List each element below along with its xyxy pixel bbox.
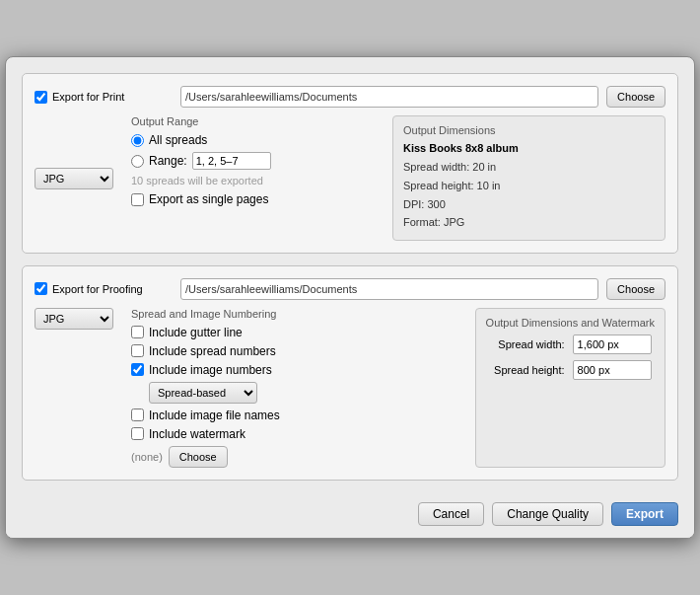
image-numbers-checkbox[interactable] [131,363,144,376]
cancel-button[interactable]: Cancel [418,502,484,526]
export-dialog: Export for Print Choose JPG Output Range [5,56,695,539]
watermark-choose-button[interactable]: Choose [169,446,228,468]
spread-numbers-label: Include spread numbers [149,344,276,358]
dims-spread-height: Spread height: 10 in [403,177,655,195]
proofing-section: Export for Proofing Choose JPG Spread an… [22,265,678,481]
spread-width-row: Spread width: [486,335,655,354]
proofing-path-input[interactable] [180,278,598,300]
single-pages-checkbox[interactable] [131,193,144,206]
output-range-panel: Output Range All spreads Range: 10 sprea… [131,115,383,241]
spread-width-label: Spread width: [486,338,565,350]
spread-height-row: Spread height: [486,360,655,380]
output-dims-panel: Output Dimensions Kiss Books 8x8 album S… [392,115,665,241]
all-spreads-label: All spreads [149,133,207,147]
print-path-input[interactable] [180,86,598,108]
export-button[interactable]: Export [611,502,678,526]
single-pages-label: Export as single pages [149,192,268,206]
image-filenames-checkbox[interactable] [131,409,144,421]
range-radio[interactable] [131,155,144,168]
watermark-none-label: (none) [131,451,163,463]
output-dims-label: Output Dimensions [403,124,655,136]
print-choose-button[interactable]: Choose [606,86,665,108]
change-quality-button[interactable]: Change Quality [492,502,603,526]
output-range-label: Output Range [131,115,383,127]
print-format-select[interactable]: JPG [35,168,113,189]
gutter-label: Include gutter line [149,326,243,339]
include-watermark-row[interactable]: Include watermark [131,427,465,441]
watermark-row: (none) Choose [131,446,465,468]
spread-based-select[interactable]: Spread-based [149,382,257,404]
spread-height-input[interactable] [573,360,652,380]
dialog-footer: Cancel Change Quality Export [6,492,694,538]
dims-title: Kiss Books 8x8 album [403,142,655,154]
all-spreads-row[interactable]: All spreads [131,133,383,147]
dims-format: Format: JPG [403,213,655,232]
include-watermark-label: Include watermark [149,427,245,441]
spread-numbers-checkbox[interactable] [131,344,144,357]
dims-spread-width: Spread width: 20 in [403,158,655,177]
spread-numbers-row[interactable]: Include spread numbers [131,344,465,358]
proofing-format-select[interactable]: JPG [35,308,113,330]
range-row[interactable]: Range: [131,152,383,170]
spreads-note: 10 spreads will be exported [131,175,383,186]
all-spreads-radio[interactable] [131,134,144,147]
proofing-choose-button[interactable]: Choose [606,278,665,300]
proofing-dims-label: Output Dimensions and Watermark [486,317,655,329]
print-section: Export for Print Choose JPG Output Range [22,73,678,254]
export-proofing-checkbox[interactable] [35,282,47,295]
spread-numbering-label: Spread and Image Numbering [131,308,465,320]
image-filenames-label: Include image file names [149,409,280,422]
export-print-label: Export for Print [52,91,124,103]
single-pages-row[interactable]: Export as single pages [131,192,383,206]
spread-width-input[interactable] [573,335,652,354]
range-label: Range: [149,154,187,168]
spread-numbering-panel: Spread and Image Numbering Include gutte… [131,308,465,468]
image-filenames-row[interactable]: Include image file names [131,409,465,422]
export-print-checkbox[interactable] [35,91,47,104]
gutter-row[interactable]: Include gutter line [131,326,465,339]
spread-height-label: Spread height: [486,364,565,376]
gutter-checkbox[interactable] [131,326,144,338]
export-proofing-label: Export for Proofing [52,283,143,295]
dims-dpi: DPI: 300 [403,195,655,214]
image-numbers-row[interactable]: Include image numbers [131,363,465,377]
proofing-dims-panel: Output Dimensions and Watermark Spread w… [475,308,665,468]
include-watermark-checkbox[interactable] [131,427,144,440]
image-numbers-label: Include image numbers [149,363,272,377]
range-input[interactable] [192,152,271,170]
